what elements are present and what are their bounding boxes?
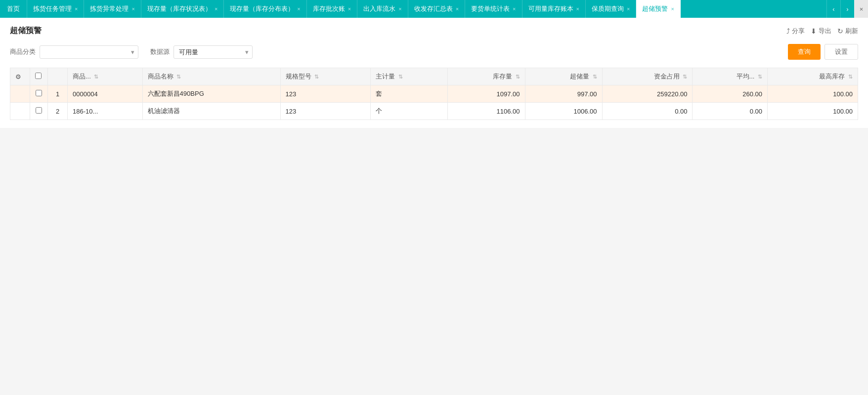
select-all-checkbox[interactable] xyxy=(35,73,42,79)
nav-tab-10[interactable]: 保质期查询 × xyxy=(586,0,636,18)
share-button[interactable]: ⤴ 分享 xyxy=(786,27,805,36)
nav-tabs-container: 拣货任务管理 × 拣货异常处理 × 现存量（库存状况表） × 现存量（库存分布表… xyxy=(27,0,826,18)
td-checkbox xyxy=(30,85,48,103)
close-tab-icon[interactable]: × xyxy=(671,6,674,12)
row-checkbox-0[interactable] xyxy=(36,90,42,96)
page-title: 超储预警 xyxy=(10,26,42,36)
nav-tab-9[interactable]: 可用量库存账本 × xyxy=(522,0,586,18)
table-row: 1 0000004 六配套新昌490BPG 123 套 1097.00 997.… xyxy=(10,85,858,103)
table-row: 2 186-10... 机油滤清器 123 个 1106.00 1006.00 … xyxy=(10,103,858,120)
close-tab-icon[interactable]: × xyxy=(75,6,78,12)
nav-tab-4[interactable]: 现存量（库存分布表） × xyxy=(224,0,306,18)
close-tab-icon[interactable]: × xyxy=(513,6,516,12)
category-select[interactable] xyxy=(40,45,138,59)
td-stock: 1097.00 xyxy=(448,85,525,103)
export-button[interactable]: ⬇ 导出 xyxy=(811,27,831,36)
th-spec[interactable]: 规格型号 ⇅ xyxy=(280,68,371,85)
sort-icon: ⇅ xyxy=(314,74,319,79)
nav-tab-11[interactable]: 超储预警 × xyxy=(636,0,680,18)
nav-next-button[interactable]: › xyxy=(840,0,854,18)
nav-close-button[interactable]: × xyxy=(854,0,868,18)
td-max-stock: 100.00 xyxy=(768,85,858,103)
td-gear xyxy=(10,85,30,103)
th-capital[interactable]: 资金占用 ⇅ xyxy=(602,68,693,85)
td-overstock: 997.00 xyxy=(525,85,602,103)
td-avg: 260.00 xyxy=(693,85,768,103)
td-gear xyxy=(10,103,30,120)
th-max-stock[interactable]: 最高库存 ⇅ xyxy=(768,68,858,85)
th-product-code[interactable]: 商品... ⇅ xyxy=(68,68,143,85)
filter-row: 商品分类 数据源 可用量 查询 设置 xyxy=(10,44,858,60)
td-num: 2 xyxy=(48,103,68,120)
datasource-label: 数据源 xyxy=(150,47,170,56)
th-overstock[interactable]: 超储量 ⇅ xyxy=(525,68,602,85)
close-tab-icon[interactable]: × xyxy=(297,6,300,12)
category-label: 商品分类 xyxy=(10,47,36,56)
sort-icon: ⇅ xyxy=(758,74,762,79)
sort-icon: ⇅ xyxy=(516,74,520,79)
close-tab-icon[interactable]: × xyxy=(627,6,630,12)
sort-icon: ⇅ xyxy=(94,74,98,79)
query-button[interactable]: 查询 xyxy=(788,44,821,60)
nav-tab-2[interactable]: 拣货异常处理 × xyxy=(84,0,141,18)
datasource-filter: 数据源 可用量 xyxy=(150,45,253,59)
sort-icon: ⇅ xyxy=(683,74,687,79)
td-avg: 0.00 xyxy=(693,103,768,120)
page-header: 超储预警 ⤴ 分享 ⬇ 导出 ↻ 刷新 xyxy=(10,26,858,36)
td-product-code: 186-10... xyxy=(68,103,143,120)
td-num: 1 xyxy=(48,85,68,103)
close-tab-icon[interactable]: × xyxy=(215,6,217,12)
close-tab-icon[interactable]: × xyxy=(576,6,579,12)
nav-tab-6[interactable]: 出入库流水 × xyxy=(357,0,408,18)
table-body: 1 0000004 六配套新昌490BPG 123 套 1097.00 997.… xyxy=(10,85,858,120)
table-header-row: ⚙ 商品... ⇅ 商品名称 ⇅ 规格型号 ⇅ xyxy=(10,68,858,85)
nav-tab-1[interactable]: 拣货任务管理 × xyxy=(27,0,84,18)
refresh-button[interactable]: ↻ 刷新 xyxy=(837,27,858,36)
top-navigation: 首页 拣货任务管理 × 拣货异常处理 × 现存量（库存状况表） × 现存量（库存… xyxy=(0,0,868,18)
td-spec: 123 xyxy=(280,85,371,103)
td-overstock: 1006.00 xyxy=(525,103,602,120)
page-content: 超储预警 ⤴ 分享 ⬇ 导出 ↻ 刷新 商品分类 xyxy=(0,18,868,128)
gear-icon[interactable]: ⚙ xyxy=(15,73,21,80)
filter-actions: 查询 设置 xyxy=(788,44,858,60)
close-tab-icon[interactable]: × xyxy=(456,6,459,12)
settings-button[interactable]: 设置 xyxy=(825,44,858,60)
header-actions: ⤴ 分享 ⬇ 导出 ↻ 刷新 xyxy=(786,27,858,36)
td-product-name: 六配套新昌490BPG xyxy=(142,85,280,103)
td-stock: 1106.00 xyxy=(448,103,525,120)
nav-tab-5[interactable]: 库存批次账 × xyxy=(307,0,357,18)
datasource-select[interactable]: 可用量 xyxy=(174,45,253,59)
sort-icon: ⇅ xyxy=(593,74,597,79)
th-avg[interactable]: 平均... ⇅ xyxy=(693,68,768,85)
nav-arrows: ‹ › × xyxy=(826,0,868,18)
category-select-wrapper xyxy=(40,45,138,59)
close-tab-icon[interactable]: × xyxy=(398,6,401,12)
nav-tab-7[interactable]: 收发存汇总表 × xyxy=(408,0,465,18)
th-unit[interactable]: 主计量 ⇅ xyxy=(371,68,448,85)
sort-icon: ⇅ xyxy=(176,74,181,79)
export-icon: ⬇ xyxy=(811,27,817,35)
th-num xyxy=(48,68,68,85)
nav-tab-3[interactable]: 现存量（库存状况表） × xyxy=(141,0,224,18)
td-max-stock: 100.00 xyxy=(768,103,858,120)
share-icon: ⤴ xyxy=(786,27,790,35)
td-product-code: 0000004 xyxy=(68,85,143,103)
close-tab-icon[interactable]: × xyxy=(131,6,134,12)
td-product-name: 机油滤清器 xyxy=(142,103,280,120)
nav-home[interactable]: 首页 xyxy=(0,0,27,18)
th-product-name[interactable]: 商品名称 ⇅ xyxy=(142,68,280,85)
td-capital: 0.00 xyxy=(602,103,693,120)
category-filter: 商品分类 xyxy=(10,45,138,59)
row-checkbox-1[interactable] xyxy=(36,107,42,114)
td-unit: 套 xyxy=(371,85,448,103)
th-checkbox xyxy=(30,68,48,85)
th-stock[interactable]: 库存量 ⇅ xyxy=(448,68,525,85)
th-gear: ⚙ xyxy=(10,68,30,85)
refresh-icon: ↻ xyxy=(837,27,843,35)
nav-prev-button[interactable]: ‹ xyxy=(826,0,840,18)
td-spec: 123 xyxy=(280,103,371,120)
td-unit: 个 xyxy=(371,103,448,120)
nav-tab-8[interactable]: 要货单统计表 × xyxy=(465,0,522,18)
sort-icon: ⇅ xyxy=(398,74,403,79)
close-tab-icon[interactable]: × xyxy=(348,6,351,12)
